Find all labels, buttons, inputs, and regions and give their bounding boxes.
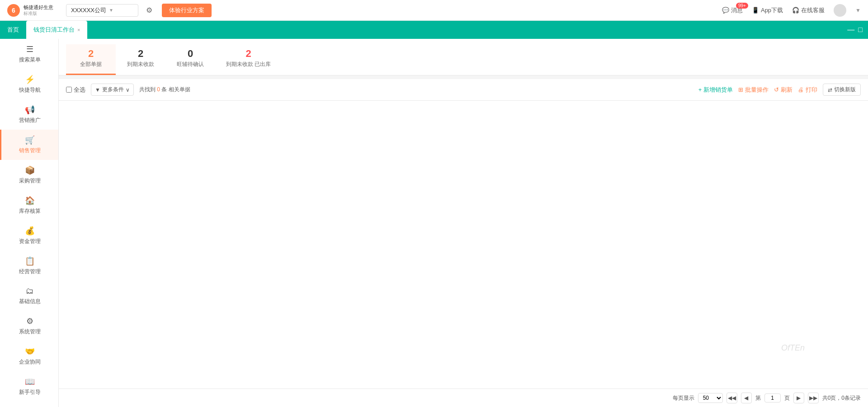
enterprise-icon: 🤝 [25,346,35,356]
nav-tabs-right: — □ [847,26,868,34]
quick-nav-icon: ⚡ [25,75,35,84]
message-badge: 99+ [736,3,748,9]
sidebar: ☰ 搜索菜单 ⚡ 快捷导航 📢 营销推广 🛒 销售管理 📦 采购管理 🏠 库存核… [0,39,59,407]
first-page-button[interactable]: ◀◀ [726,393,737,403]
basic-info-icon: 🗂 [26,286,34,296]
close-tab-icon[interactable]: × [77,27,80,33]
system-icon: ⚙ [26,316,33,326]
sidebar-item-inventory[interactable]: 🏠 库存核算 [0,190,58,220]
sidebar-item-enterprise[interactable]: 🤝 企业协同 [0,341,58,371]
pagination: 每页显示 50 10 20 100 ◀◀ ◀ 第 页 ▶ ▶▶ 共0页，0条记录 [59,388,868,407]
avatar[interactable] [834,4,846,17]
inventory-icon: 🏠 [25,196,35,206]
toolbar: 全选 ▼ 更多条件 ∨ 共找到 0 条 相关单据 + 新增销货单 ⊞ 批量操作 [59,79,868,101]
user-name: ▼ [855,7,861,14]
sidebar-item-quick-nav[interactable]: ⚡ 快捷导航 [0,69,58,99]
tab-home[interactable]: 首页 [0,21,26,39]
header-right: 💬 消息 99+ 📱 App下载 🎧 在线客服 ▼ [722,4,861,17]
select-all-checkbox[interactable]: 全选 [66,86,85,94]
guide-icon: 📖 [25,377,35,387]
top-header: 6 畅捷通好生意 标准版 XXXXXX公司 ▼ ⚙ 体验行业方案 💬 消息 99… [0,0,868,21]
sidebar-item-guide[interactable]: 📖 新手引导 [0,371,58,402]
stat-tab-all[interactable]: 2 全部单据 [66,44,116,75]
last-page-button[interactable]: ▶▶ [808,393,819,403]
select-all-input[interactable] [66,87,72,93]
marketing-icon: 📢 [25,105,35,115]
refresh-button[interactable]: ↺ 刷新 [774,86,793,94]
finance-icon: 💰 [25,226,35,236]
add-sales-order-button[interactable]: + 新增销货单 [698,86,733,94]
tab-active[interactable]: 钱货日清工作台 × [26,21,87,39]
sidebar-item-operations[interactable]: 📋 经营管理 [0,251,58,281]
content-area: 2 全部单据 2 到期未收款 0 旺辅待确认 2 到期未收款 已出库 全选 [59,39,868,407]
purchase-icon: 📦 [25,165,35,175]
logo-area: 6 畅捷通好生意 标准版 [7,4,66,17]
sidebar-item-finance[interactable]: 💰 资金管理 [0,220,58,251]
service-icon: 🎧 [792,7,799,14]
switch-icon: ⇄ [828,87,832,93]
maximize-icon[interactable]: □ [858,26,863,34]
minimize-icon[interactable]: — [847,26,854,34]
prev-page-button[interactable]: ◀ [741,393,752,403]
message-button[interactable]: 💬 消息 99+ [722,6,743,14]
message-icon: 💬 [722,7,729,14]
stat-tab-wangfu[interactable]: 0 旺辅待确认 [165,44,215,75]
sidebar-item-system[interactable]: ⚙ 系统管理 [0,311,58,341]
filter-arrow-icon: ∨ [126,87,130,93]
sales-icon: 🛒 [25,135,35,145]
main-layout: ☰ 搜索菜单 ⚡ 快捷导航 📢 营销推广 🛒 销售管理 📦 采购管理 🏠 库存核… [0,39,868,407]
toolbar-right: + 新增销货单 ⊞ 批量操作 ↺ 刷新 🖨 打印 ⇄ 切换新版 [698,84,861,96]
search-icon: ☰ [26,44,33,54]
experience-button[interactable]: 体验行业方案 [162,4,212,17]
operations-icon: 📋 [25,256,35,266]
total-records: 共0页，0条记录 [822,394,861,402]
batch-icon: ⊞ [738,86,743,93]
next-page-button[interactable]: ▶ [793,393,804,403]
sidebar-item-purchase[interactable]: 📦 采购管理 [0,160,58,190]
stat-tab-overdue-shipped[interactable]: 2 到期未收款 已出库 [215,44,282,75]
stat-tab-overdue[interactable]: 2 到期未收款 [116,44,165,75]
sidebar-item-search[interactable]: ☰ 搜索菜单 [0,39,58,69]
download-icon: 📱 [752,7,759,14]
chevron-down-icon: ▼ [109,8,113,13]
company-selector[interactable]: XXXXXX公司 ▼ [66,4,138,17]
app-download-button[interactable]: 📱 App下载 [752,6,783,14]
page-size-select[interactable]: 50 10 20 100 [698,393,723,403]
refresh-icon: ↺ [774,86,779,93]
logo-text: 畅捷通好生意 标准版 [24,4,53,16]
logo-icon: 6 [7,4,20,17]
sidebar-item-app-center[interactable]: 🏪 应用中心 [0,402,58,407]
found-text: 共找到 0 条 相关单据 [139,86,190,94]
sidebar-item-sales[interactable]: 🛒 销售管理 [0,130,58,160]
page-number-input[interactable] [764,393,781,402]
batch-operation-button[interactable]: ⊞ 批量操作 [738,86,769,94]
switch-version-button[interactable]: ⇄ 切换新版 [823,84,861,96]
sidebar-item-basic-info[interactable]: 🗂 基础信息 [0,281,58,311]
data-table-area [59,101,868,388]
online-service-button[interactable]: 🎧 在线客服 [792,6,825,14]
settings-icon[interactable]: ⚙ [142,3,156,18]
print-button[interactable]: 🖨 打印 [798,86,817,94]
sidebar-item-marketing[interactable]: 📢 营销推广 [0,99,58,130]
filter-button[interactable]: ▼ 更多条件 ∨ [91,84,134,96]
stats-tabs: 2 全部单据 2 到期未收款 0 旺辅待确认 2 到期未收款 已出库 [59,39,868,75]
print-icon: 🖨 [798,86,804,93]
filter-icon: ▼ [95,87,100,93]
nav-tabs: 首页 钱货日清工作台 × — □ [0,21,868,39]
